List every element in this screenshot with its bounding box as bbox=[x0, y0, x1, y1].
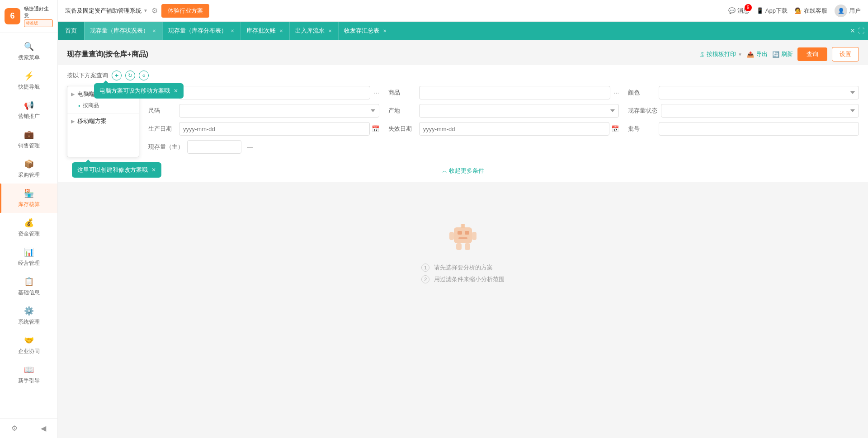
production-date-calendar-icon[interactable]: 📅 bbox=[372, 125, 379, 132]
scheme-expand-icon: ▶ bbox=[71, 91, 75, 97]
app-download-label: App下载 bbox=[765, 7, 788, 15]
system-icon: ⚙️ bbox=[24, 306, 34, 316]
tab-batch-account[interactable]: 库存批次账 ✕ bbox=[241, 22, 289, 40]
batch-input[interactable] bbox=[659, 122, 859, 136]
filter-expiry-date: 失效日期 📅 bbox=[388, 122, 619, 136]
topbar-right: 💬 消息 9 📱 App下载 💁 在线客服 👤 用户 bbox=[728, 5, 861, 17]
empty-num-2: 2 bbox=[421, 275, 429, 283]
sidebar-item-base-info[interactable]: 📋 基础信息 bbox=[0, 272, 57, 301]
sidebar-item-inventory[interactable]: 🏪 库存核算 bbox=[0, 184, 57, 213]
scheme-item-mobile[interactable]: ▶ 移动端方案 bbox=[67, 115, 139, 127]
tab-summary[interactable]: 收发存汇总表 ✕ bbox=[338, 22, 393, 40]
filter-production-date: 生产日期 📅 bbox=[148, 122, 379, 136]
page-actions: 🖨 按模板打印 ▼ 📤 导出 🔄 刷新 查询 设置 bbox=[699, 47, 859, 61]
management-icon: 📊 bbox=[24, 247, 34, 258]
add-scheme-button[interactable]: + bbox=[112, 71, 122, 80]
sidebar-item-search[interactable]: 🔍 搜索菜单 bbox=[0, 37, 57, 66]
purchase-icon: 📦 bbox=[24, 159, 34, 170]
query-button[interactable]: 查询 bbox=[797, 47, 827, 61]
collapse-filter-button[interactable]: ︿ 收起更多条件 bbox=[67, 163, 859, 179]
tab-inout-flow[interactable]: 出入库流水 ✕ bbox=[289, 22, 338, 40]
expiry-date-input[interactable] bbox=[419, 122, 610, 136]
empty-text: 1 请先选择要分析的方案 2 用过滤条件来缩小分析范围 bbox=[421, 262, 505, 285]
origin-label: 产地 bbox=[388, 107, 415, 115]
warehouse-dots[interactable]: ··· bbox=[374, 89, 379, 96]
production-date-input[interactable] bbox=[179, 122, 370, 136]
app-download-button[interactable]: 📱 App下载 bbox=[756, 7, 788, 15]
scheme-panel-wrapper: ▶ 电脑端方案 ▪ 按商品 ▶ 移动端方案 bbox=[67, 86, 859, 157]
goods-dots[interactable]: ··· bbox=[614, 89, 619, 96]
tabbar: 首页 现存量（库存状况表） ✕ 现存量（库存分布表） ✕ 库存批次账 ✕ 出入库… bbox=[58, 22, 868, 40]
print-button[interactable]: 🖨 按模板打印 ▼ bbox=[699, 50, 742, 58]
system-name-dropdown[interactable]: 装备及固定资产辅助管理系统 ▼ bbox=[65, 7, 148, 15]
sidebar-label-purchase: 采购管理 bbox=[18, 171, 40, 179]
production-date-wrap: 📅 bbox=[179, 122, 379, 136]
import-scheme-button[interactable]: « bbox=[139, 71, 149, 80]
sidebar-item-system[interactable]: ⚙️ 系统管理 bbox=[0, 301, 57, 330]
scheme-item-desktop-sub[interactable]: ▪ 按商品 bbox=[67, 100, 139, 111]
tab-stock-status[interactable]: 现存量（库存状况表） ✕ bbox=[84, 22, 162, 40]
sidebar-label-system: 系统管理 bbox=[18, 318, 40, 326]
tab-close-inout-flow[interactable]: ✕ bbox=[327, 28, 333, 34]
tab-close-stock-status[interactable]: ✕ bbox=[151, 28, 157, 34]
production-date-label: 生产日期 bbox=[148, 125, 175, 133]
refresh-scheme-button[interactable]: ↻ bbox=[125, 71, 135, 80]
size-select[interactable] bbox=[179, 104, 379, 118]
filter-stock-status: 现存量状态 bbox=[628, 104, 859, 118]
tab-close-stock-distribution[interactable]: ✕ bbox=[230, 28, 235, 34]
sidebar-item-management[interactable]: 📊 经营管理 bbox=[0, 242, 57, 272]
tab-close-batch-account[interactable]: ✕ bbox=[278, 28, 284, 34]
sidebar-label-guide: 新手引导 bbox=[18, 377, 40, 385]
svg-rect-3 bbox=[458, 237, 467, 239]
color-select[interactable] bbox=[659, 86, 859, 99]
sidebar-item-purchase[interactable]: 📦 采购管理 bbox=[0, 154, 57, 184]
tab-close-all-button[interactable]: ✕ bbox=[850, 27, 855, 34]
sidebar-item-guide[interactable]: 📖 新手引导 bbox=[0, 360, 57, 389]
tooltip-scheme-mobile: 电脑方案可设为移动方案哦 ✕ bbox=[94, 83, 184, 99]
industry-plan-button[interactable]: 体验行业方案 bbox=[161, 4, 209, 18]
base-info-icon: 📋 bbox=[24, 276, 34, 287]
sidebar-item-shortcuts[interactable]: ⚡ 快捷导航 bbox=[0, 66, 57, 95]
stock-status-label: 现存量状态 bbox=[628, 107, 657, 115]
filter-row-1: 仓库 ··· 商品 ··· 颜色 bbox=[148, 86, 859, 99]
tab-home[interactable]: 首页 bbox=[58, 22, 84, 40]
tooltip-create-close[interactable]: ✕ bbox=[151, 167, 156, 173]
warehouse-input[interactable] bbox=[179, 86, 370, 99]
batch-label: 批号 bbox=[628, 125, 655, 133]
sales-icon: 💼 bbox=[24, 129, 34, 140]
collapse-sidebar-button[interactable]: ◀ bbox=[41, 424, 46, 433]
svg-rect-7 bbox=[472, 232, 476, 240]
settings-button[interactable]: ⚙ bbox=[11, 424, 18, 433]
stock-qty-min-input[interactable] bbox=[187, 140, 241, 154]
message-button[interactable]: 💬 消息 9 bbox=[728, 7, 749, 15]
sidebar-nav: 🔍 搜索菜单 ⚡ 快捷导航 📢 营销推广 💼 销售管理 📦 采购管理 🏪 库存核… bbox=[0, 33, 57, 418]
stock-status-select[interactable] bbox=[661, 104, 859, 118]
color-label: 颜色 bbox=[628, 89, 655, 97]
user-menu[interactable]: 👤 用户 bbox=[835, 5, 861, 17]
system-dropdown-arrow: ▼ bbox=[143, 8, 148, 13]
filter-fields: 仓库 ··· 商品 ··· 颜色 bbox=[148, 86, 859, 157]
tooltip-scheme-close[interactable]: ✕ bbox=[174, 88, 178, 94]
system-name: 装备及固定资产辅助管理系统 bbox=[65, 7, 142, 15]
refresh-button[interactable]: 🔄 刷新 bbox=[772, 50, 793, 58]
origin-select[interactable] bbox=[419, 104, 619, 118]
sidebar-label-search: 搜索菜单 bbox=[18, 54, 40, 61]
filter-header-label: 按以下方案查询 bbox=[67, 71, 108, 80]
sidebar-item-sales[interactable]: 💼 销售管理 bbox=[0, 125, 57, 154]
tab-fullscreen-button[interactable]: ⛶ bbox=[858, 27, 864, 34]
topbar-gear-button[interactable]: ⚙ bbox=[151, 6, 158, 15]
avatar: 👤 bbox=[835, 5, 847, 17]
export-button[interactable]: 📤 导出 bbox=[747, 50, 768, 58]
goods-input[interactable] bbox=[419, 86, 610, 99]
tab-stock-distribution[interactable]: 现存量（库存分布表） ✕ bbox=[162, 22, 241, 40]
sidebar-item-finance[interactable]: 💰 资金管理 bbox=[0, 213, 57, 242]
settings-btn[interactable]: 设置 bbox=[832, 47, 859, 61]
online-support-button[interactable]: 💁 在线客服 bbox=[795, 7, 827, 15]
sidebar-item-cooperation[interactable]: 🤝 企业协同 bbox=[0, 330, 57, 360]
marketing-icon: 📢 bbox=[24, 100, 34, 111]
page-content: 现存量查询(按仓库+商品) 🖨 按模板打印 ▼ 📤 导出 🔄 刷新 查询 设置 bbox=[58, 40, 868, 438]
print-dropdown-arrow: ▼ bbox=[738, 52, 742, 57]
tab-close-summary[interactable]: ✕ bbox=[382, 28, 387, 34]
sidebar-item-marketing[interactable]: 📢 营销推广 bbox=[0, 95, 57, 125]
expiry-date-calendar-icon[interactable]: 📅 bbox=[611, 125, 619, 132]
